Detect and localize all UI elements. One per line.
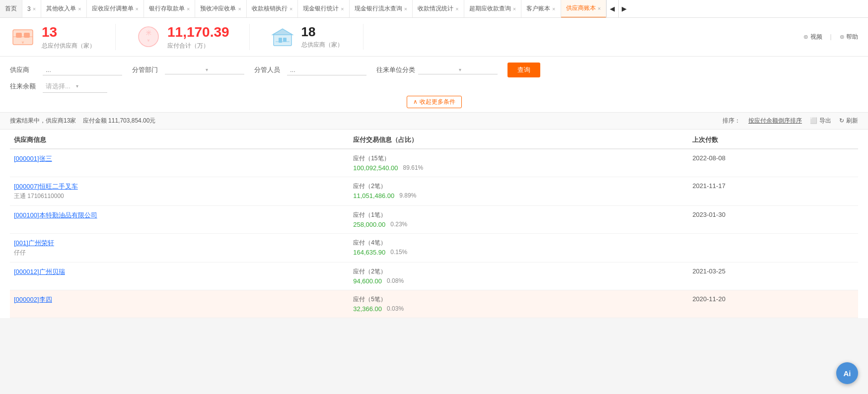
last-date-cell	[688, 233, 858, 262]
result-summary: 搜索结果中，供应商13家 应付金额 111,703,854.00元	[10, 117, 155, 125]
balance-select[interactable]: 请选择... ▾	[43, 80, 107, 93]
table-row: [000001]张三应付（15笔）100,092,540.0089.61%202…	[10, 149, 858, 177]
payable-cell: 应付（4笔）164,635.900.15%	[349, 233, 688, 262]
chevron-up-icon: ∧	[413, 98, 418, 105]
payable-cell: 应付（2笔）11,051,486.009.89%	[349, 177, 688, 205]
nav-tab-receipt[interactable]: 收款核销执行 ×	[247, 0, 298, 18]
table-row: [000007]恒旺二手叉车王通 17106110000应付（2笔）11,051…	[10, 177, 858, 205]
nav-tab-suppbook[interactable]: 供应商账本 ×	[561, 0, 606, 18]
nav-tab-cashstat[interactable]: 现金银行统计 ×	[298, 0, 349, 18]
collapse-button[interactable]: ∧ 收起更多条件	[407, 96, 462, 108]
nav-tab-cashflow[interactable]: 现金银行流水查询 ×	[350, 0, 413, 18]
svg-text:¥: ¥	[21, 40, 24, 45]
close-icon[interactable]: ×	[187, 6, 190, 12]
stat-info-3: 18 总供应商（家）	[301, 24, 343, 49]
chevron-down-icon: ▾	[76, 83, 104, 89]
payable-count: 应付（1笔）	[353, 211, 684, 219]
payable-count: 应付（15笔）	[353, 154, 684, 163]
stat-block-total: 18 总供应商（家）	[270, 24, 363, 50]
payable-amount[interactable]: 94,600.00	[353, 277, 382, 285]
payable-pct: 89.61%	[403, 164, 424, 171]
payable-amount[interactable]: 100,092,540.00	[353, 164, 398, 172]
result-amount: 应付金额 111,703,854.00元	[83, 117, 156, 124]
stat-number-suppliers: 13	[42, 24, 95, 41]
refresh-button[interactable]: ↻ 刷新	[839, 117, 858, 125]
table-row: [000002]李四应付（5笔）32,366.000.03%2020-11-20	[10, 290, 858, 318]
nav-tab-adjust[interactable]: 应收应付调整单 ×	[87, 0, 144, 18]
payable-cell: 应付（2笔）94,600.000.08%	[349, 262, 688, 290]
balance-select-placeholder: 请选择...	[46, 82, 74, 91]
nav-tab-custbook[interactable]: 客户账本 ×	[521, 0, 561, 18]
refresh-label: 刷新	[846, 117, 858, 125]
payable-cell: 应付（1笔）258,000.000.23%	[349, 205, 688, 233]
svg-rect-11	[283, 38, 287, 42]
divider: |	[830, 33, 832, 40]
close-icon[interactable]: ×	[404, 6, 407, 12]
nav-tab-prepay[interactable]: 预收冲应收单 ×	[195, 0, 246, 18]
sort-select[interactable]: 按应付余额倒序排序	[748, 117, 802, 125]
person-filter-label: 分管人员	[254, 66, 284, 74]
close-icon[interactable]: ×	[78, 6, 81, 12]
payable-amount[interactable]: 11,051,486.00	[353, 192, 394, 199]
result-bar: 搜索结果中，供应商13家 应付金额 111,703,854.00元 排序： 按应…	[0, 113, 868, 130]
help-label: 帮助	[846, 33, 858, 40]
nav-tab-income[interactable]: 其他收入单 ×	[41, 0, 86, 18]
supplier-cell: [001]广州荣轩仔仔	[10, 233, 349, 262]
question-icon: ⊙	[840, 33, 845, 40]
nav-right-arrow[interactable]: ▶	[618, 0, 630, 18]
close-icon[interactable]: ×	[455, 6, 458, 12]
filter-balance: 往来余额 请选择... ▾	[10, 80, 107, 93]
supplier-link[interactable]: [001]广州荣轩	[14, 239, 54, 247]
nav-tab-3[interactable]: 3 ×	[22, 0, 41, 18]
stat-block-suppliers: ¥ 13 总应付供应商（家）	[10, 24, 116, 50]
table-row: [000012]广州贝瑞应付（2笔）94,600.000.08%2021-03-…	[10, 262, 858, 290]
payable-pct: 0.03%	[387, 305, 404, 312]
supplier-link[interactable]: [000001]张三	[14, 155, 52, 162]
supplier-link[interactable]: [000012]广州贝瑞	[14, 268, 65, 275]
close-icon[interactable]: ×	[513, 6, 516, 12]
stat-label-amount: 应付合计（万）	[167, 42, 229, 50]
last-date-cell: 2022-08-08	[688, 149, 858, 177]
nav-tab-cashstat-label: 现金银行统计	[303, 4, 339, 13]
stat-number-total: 18	[301, 24, 343, 40]
payable-amount[interactable]: 258,000.00	[353, 221, 385, 228]
supplier-link[interactable]: [000002]李四	[14, 296, 52, 303]
main-table-container: 供应商信息 应付交易信息（占比） 上次付数 [000001]张三应付（15笔）1…	[0, 130, 868, 318]
supplier-link[interactable]: [000007]恒旺二手叉车	[14, 183, 78, 190]
nav-left-arrow[interactable]: ◀	[606, 0, 618, 18]
close-icon[interactable]: ×	[598, 5, 601, 11]
export-button[interactable]: ⬜ 导出	[810, 117, 831, 125]
nav-tab-suppbook-label: 供应商账本	[566, 4, 596, 12]
collapse-area: ∧ 收起更多条件	[10, 96, 858, 108]
close-icon[interactable]: ×	[238, 6, 241, 12]
close-icon[interactable]: ×	[341, 6, 344, 12]
close-icon[interactable]: ×	[136, 6, 139, 12]
payable-count: 应付（2笔）	[353, 267, 684, 276]
video-link[interactable]: ⊙ 视频	[803, 33, 822, 41]
chevron-down-icon: ▾	[459, 67, 495, 72]
query-button[interactable]: 查询	[507, 63, 540, 77]
supplier-input[interactable]	[43, 65, 122, 75]
category-filter-label: 往来单位分类	[376, 66, 415, 74]
dept-select[interactable]: ▾	[165, 66, 244, 74]
payable-amount[interactable]: 164,635.90	[353, 249, 385, 256]
supplier-cell: [000012]广州贝瑞	[10, 262, 349, 290]
supplier-sub: 仔仔	[14, 249, 345, 257]
close-icon[interactable]: ×	[552, 6, 555, 12]
close-icon[interactable]: ×	[289, 6, 292, 12]
supplier-link[interactable]: [000100]本特勤油品有限公司	[14, 211, 97, 219]
person-input[interactable]	[287, 65, 366, 75]
nav-tab-home[interactable]: 首页	[0, 0, 22, 18]
help-link[interactable]: ⊙ 帮助	[840, 33, 858, 41]
payable-cell: 应付（5笔）32,366.000.03%	[349, 290, 688, 318]
nav-tab-recvstat[interactable]: 收款情况统计 ×	[413, 0, 464, 18]
nav-tab-prepay-label: 预收冲应收单	[200, 4, 236, 13]
payable-amount[interactable]: 32,366.00	[353, 305, 382, 313]
supplier-cell: [000007]恒旺二手叉车王通 17106110000	[10, 177, 349, 205]
category-select[interactable]: ▾	[418, 66, 498, 74]
close-icon[interactable]: ×	[33, 6, 36, 12]
nav-tab-recvstat-label: 收款情况统计	[418, 4, 453, 13]
supplier-icon-2: 米 ¥	[136, 24, 161, 50]
nav-tab-overdue[interactable]: 超期应收款查询 ×	[464, 0, 521, 18]
nav-tab-bank[interactable]: 银行存取款单 ×	[144, 0, 195, 18]
